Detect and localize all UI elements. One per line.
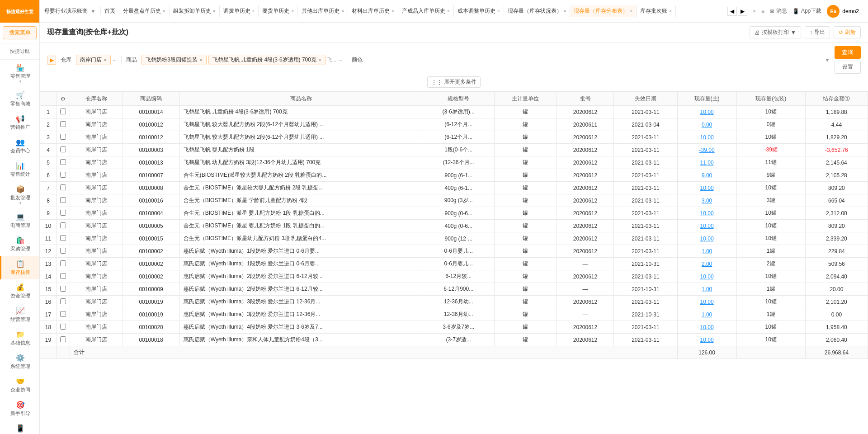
sidebar-item-member[interactable]: 👥 会员中心 [0,134,39,158]
tab-home[interactable]: 首页 [101,5,119,17]
cell-gear[interactable] [57,182,70,194]
tab-close-icon[interactable]: × [341,9,344,14]
cell-gear[interactable] [57,106,70,118]
sidebar-item-wholesale[interactable]: 📦 批发管理 ▼ [0,181,39,209]
sidebar-item-marketing[interactable]: 📢 营销推广 [0,111,39,134]
cell-stock-main[interactable]: 9.00 [677,169,736,182]
tab-close-icon[interactable]: × [564,9,566,14]
tab-cailiao[interactable]: 材料出库单历史 × [348,5,398,17]
cell-stock-main[interactable]: 2.00 [677,258,736,270]
cell-gear[interactable] [57,245,70,258]
export-button[interactable]: ↑ 导出 [805,26,830,38]
refresh-button[interactable]: ↺ 刷新 [834,26,861,38]
tab-yaohuo[interactable]: 要货单历史 × [259,5,298,17]
cell-gear[interactable] [57,169,70,182]
product-tag-2-remove-icon[interactable]: × [318,57,321,63]
tab-next-button[interactable]: ▶ [738,7,747,16]
app-download-button[interactable]: 📱 App下载 [793,7,821,15]
cell-stock-main[interactable]: 10.00 [677,296,736,308]
sidebar-item-enterprise[interactable]: 🤝 企业协同 [0,373,39,397]
cell-gear[interactable] [57,334,70,346]
tab-close-icon[interactable]: × [669,9,672,14]
tab-kucun[interactable]: 库存批次账 × [637,5,676,17]
user-info[interactable]: Ea demo2 [827,5,859,18]
message-button[interactable]: ✉ 消息 [770,7,787,15]
sidebar-item-operations[interactable]: 📈 经营管理 [0,303,39,326]
tab-close-icon[interactable]: × [291,9,294,14]
sidebar-item-finance[interactable]: 💰 资金管理 [0,279,39,303]
sidebar-item-retail-stats[interactable]: 📊 零售统计 [0,158,39,181]
cell-gear[interactable] [57,321,70,334]
tab-menu-icon[interactable]: ≡ [761,8,764,14]
account-dropdown-icon[interactable]: ▼ [90,8,96,14]
cell-gear[interactable] [57,296,70,308]
tab-chancheng[interactable]: 产成品入库单历史 × [398,5,454,17]
tab-close-all-icon[interactable]: × [753,8,756,14]
cell-stock-main[interactable]: 10.00 [677,207,736,220]
warehouse-tag[interactable]: 南岸门店 × [76,55,111,65]
cell-stock-main[interactable]: 1.00 [677,283,736,296]
cell-stock-main[interactable]: 10.00 [677,106,736,118]
cell-gear[interactable] [57,220,70,232]
tab-chengben[interactable]: 成本调整单历史 × [454,5,504,17]
tab-close-icon[interactable]: × [630,9,632,14]
cell-stock-main[interactable]: 10.00 [677,232,736,245]
warehouse-tag-remove-icon[interactable]: × [104,57,107,63]
sidebar-item-ecommerce[interactable]: 💻 电商管理 [0,209,39,232]
sidebar-item-retail[interactable]: 🏪 零售管理 ▼ [0,60,39,87]
tab-diaob[interactable]: 调拨单历史 × [220,5,259,17]
product-more-icon[interactable]: ··· [338,57,342,63]
query-button[interactable]: 查询 [835,46,861,59]
tab-xiancun1[interactable]: 现存量（库存状况表） × [504,5,571,17]
product-tag-1-remove-icon[interactable]: × [199,57,203,63]
cell-stock-main[interactable]: 10.00 [677,270,736,283]
tab-fenliang[interactable]: 分量盘点单历史 × [119,5,170,17]
cell-gear[interactable] [57,194,70,207]
search-menu-button[interactable]: 搜索菜单 [3,26,37,39]
cell-gear[interactable] [57,131,70,144]
color-dropdown-icon[interactable]: ▼ [825,57,830,63]
sidebar-item-inventory[interactable]: 📋 库存核算 [0,256,39,279]
cell-stock-main[interactable]: 0.00 [677,118,736,131]
cell-stock-main[interactable]: 10.00 [677,131,736,144]
cell-stock-main[interactable]: 3.00 [677,194,736,207]
tab-close-icon[interactable]: × [252,9,255,14]
cell-gear[interactable] [57,270,70,283]
warehouse-more-icon[interactable]: ··· [113,57,117,63]
cell-gear[interactable] [57,283,70,296]
tab-close-icon[interactable]: × [392,9,394,14]
sidebar-item-guide[interactable]: 🎯 新手引导 [0,397,39,420]
cell-gear[interactable] [57,308,70,321]
cell-stock-main[interactable]: 11.00 [677,156,736,169]
tab-qita[interactable]: 其他出库单历史 × [298,5,348,17]
sidebar-item-retail-shop[interactable]: 🛒 零售商城 [0,87,39,111]
cell-gear[interactable] [57,207,70,220]
cell-stock-main[interactable]: 10.00 [677,182,736,194]
sidebar-item-basic[interactable]: 📁 基础信息 [0,326,39,350]
col-header-gear[interactable]: ⚙ [57,92,70,106]
template-print-button[interactable]: 🖨 按模板打印 ▼ [750,26,801,38]
cell-stock-main[interactable]: 1.00 [677,308,736,321]
tab-close-icon[interactable]: × [497,9,500,14]
cell-stock-main[interactable]: 1.00 [677,245,736,258]
product-tag-2[interactable]: 飞鹤星飞帆 儿童奶粉 4段(3-6岁适用) 700克 × [208,55,326,65]
setting-button[interactable]: 设置 [835,61,861,74]
cell-stock-main[interactable]: -39.00 [677,144,736,156]
tab-close-icon[interactable]: × [163,9,165,14]
expand-filters-button[interactable]: ⋮⋮ 展开更多条件 [427,76,481,88]
cell-stock-main[interactable]: 10.00 [677,334,736,346]
tab-xiancun2[interactable]: 现存量（库存分布表） × [570,5,637,17]
filter-toggle-button[interactable]: ▶ [47,56,56,65]
tab-close-icon[interactable]: × [447,9,450,14]
tab-close-icon[interactable]: × [213,9,216,14]
sidebar-item-system[interactable]: ⚙️ 系统管理 [0,350,39,373]
tab-zuzhuang[interactable]: 组装拆卸单历史 × [170,5,220,17]
shortcut-nav-button[interactable]: 快捷导航 [0,45,39,57]
cell-gear[interactable] [57,258,70,270]
cell-gear[interactable] [57,144,70,156]
cell-stock-main[interactable]: 10.00 [677,321,736,334]
cell-stock-main[interactable]: 10.00 [677,220,736,232]
sidebar-item-appcenter[interactable]: 📱 应用中心 [0,420,39,434]
sidebar-item-purchase[interactable]: 🛍️ 采购管理 [0,232,39,256]
cell-gear[interactable] [57,156,70,169]
